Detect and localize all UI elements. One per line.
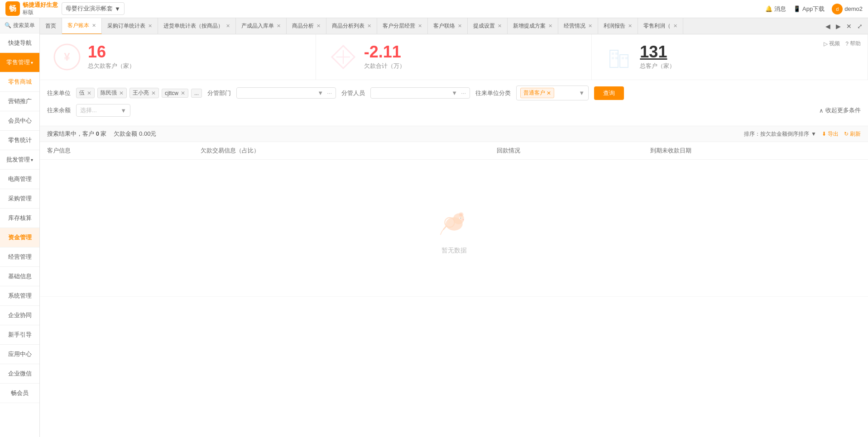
help-link[interactable]: ? 帮助	[845, 40, 861, 48]
tab-retail-profit[interactable]: 零售利润（ ✕	[638, 18, 683, 34]
tab-close-customer-tier[interactable]: ✕	[418, 23, 422, 29]
sidebar-item-system-mgmt[interactable]: 系统管理	[0, 286, 39, 306]
sidebar-item-app-center[interactable]: 应用中心	[0, 345, 39, 364]
logo-icon: 畅	[5, 1, 20, 16]
unit-category-label: 往来单位分类	[475, 89, 511, 97]
tab-product-analysis-list[interactable]: 商品分析列表 ✕	[326, 18, 377, 34]
sidebar-item-retail-stats[interactable]: 零售统计	[0, 131, 39, 150]
query-button[interactable]: 查询	[594, 86, 624, 100]
tab-close-new-boost[interactable]: ✕	[548, 23, 552, 29]
tab-boost-settings[interactable]: 提成设置 ✕	[468, 18, 508, 34]
filter-tag-wang[interactable]: 王小亮 ✕	[129, 88, 159, 98]
tab-stock-stats[interactable]: 进货单统计表（按商品） ✕	[158, 18, 236, 34]
tab-close-boost-settings[interactable]: ✕	[498, 23, 502, 29]
tab-close-all-button[interactable]: ✕	[844, 22, 854, 31]
tab-next-button[interactable]: ▶	[834, 22, 843, 31]
total-customers-label: 总客户（家）	[640, 62, 675, 70]
svg-rect-11	[622, 57, 624, 59]
stats-row: ¥ 16 总欠款客户（家）	[40, 34, 868, 80]
tab-close-customers[interactable]: ✕	[92, 23, 96, 28]
sidebar-item-wholesale-mgmt[interactable]: 批发管理 ▾	[0, 150, 39, 170]
tab-customer-tier[interactable]: 客户分层经营 ✕	[377, 18, 428, 34]
app-download-button[interactable]: 📱 App下载	[793, 5, 825, 13]
sidebar-item-capital-mgmt[interactable]: 资金管理	[0, 228, 39, 247]
account-selector[interactable]: 母婴行业演示帐套 ▼	[62, 2, 125, 15]
sidebar-item-ecommerce-mgmt[interactable]: 电商管理	[0, 170, 39, 189]
content-area: 首页 客户账本 ✕ 采购订单统计表 ✕ 进货单统计表（按商品） ✕ 产成品入库单…	[40, 18, 868, 437]
filter-tag-wu[interactable]: 伍 ✕	[76, 88, 95, 98]
refresh-button[interactable]: ↻ 刷新	[844, 130, 861, 138]
sidebar-item-purchase-mgmt[interactable]: 采购管理	[0, 189, 39, 209]
export-button[interactable]: ⬇ 导出	[822, 130, 839, 138]
tab-close-purchase[interactable]: ✕	[148, 23, 152, 29]
sidebar-item-retail-mgmt[interactable]: 零售管理 ▾	[0, 53, 39, 72]
unit-category-select[interactable]: 普通客户 ✕ ▼	[516, 86, 589, 100]
messages-button[interactable]: 🔔 消息	[765, 5, 786, 13]
sidebar-item-inventory-check[interactable]: 库存核算	[0, 209, 39, 228]
video-link[interactable]: ▷ 视频	[824, 40, 840, 48]
sidebar-item-new-user-guide[interactable]: 新手引导	[0, 325, 39, 345]
sidebar-item-basic-info[interactable]: 基础信息	[0, 267, 39, 286]
remove-tag-chen[interactable]: ✕	[119, 90, 124, 96]
chevron-down-balance: ▼	[120, 107, 126, 114]
filter-tag-cjttcw[interactable]: cjttcw ✕	[162, 89, 188, 98]
tab-operations[interactable]: 经营情况 ✕	[558, 18, 598, 34]
sidebar-item-enterprise-coop[interactable]: 企业协同	[0, 306, 39, 325]
tab-prev-button[interactable]: ◀	[824, 22, 832, 31]
sidebar-item-marketing[interactable]: 营销推广	[0, 92, 39, 111]
tab-customer-contact[interactable]: 客户联络 ✕	[428, 18, 468, 34]
stat-value-area-3: 131 总客户（家）	[640, 44, 675, 70]
sidebar-item-operations-mgmt[interactable]: 经营管理	[0, 247, 39, 267]
remove-tag-cjttcw[interactable]: ✕	[181, 90, 185, 96]
tab-profit-report[interactable]: 利润报告 ✕	[598, 18, 638, 34]
sidebar-item-member-center[interactable]: 会员中心	[0, 111, 39, 131]
empty-text: 暂无数据	[441, 247, 467, 255]
user-menu-button[interactable]: d demo2	[832, 4, 863, 14]
tab-close-product-analysis[interactable]: ✕	[317, 23, 321, 29]
debt-summary-text: 欠款金额 0.00元	[114, 130, 156, 138]
yuan-circle-icon: ¥	[53, 43, 81, 71]
sidebar-item-enterprise-wechat[interactable]: 企业微信	[0, 364, 39, 384]
filter-tag-chen[interactable]: 陈民强 ✕	[97, 88, 127, 98]
tab-close-profit-report[interactable]: ✕	[628, 23, 632, 29]
collapse-button[interactable]: ∧ 收起更多条件	[819, 106, 861, 114]
remove-tag-wu[interactable]: ✕	[87, 90, 91, 96]
chevron-down-branch-person: ▼	[451, 90, 457, 96]
sidebar-search[interactable]: 🔍 搜索菜单	[0, 18, 39, 33]
balance-select[interactable]: 选择... ▼	[76, 104, 130, 117]
tab-controls: ◀ ▶ ✕ ⤢	[820, 22, 868, 31]
filter-tag-more[interactable]: ...	[191, 89, 202, 98]
main-layout: 🔍 搜索菜单 快捷导航 零售管理 ▾ 零售商城 营销推广 会员中心 零售统计 批…	[0, 18, 868, 437]
sidebar-item-retail-mall[interactable]: 零售商城	[0, 72, 39, 92]
remove-tag-wang[interactable]: ✕	[151, 90, 156, 96]
logo-area: 畅 畅捷通好生意 标版	[5, 1, 58, 16]
branch-dept-label: 分管部门	[207, 89, 231, 97]
tab-close-retail-profit[interactable]: ✕	[673, 23, 677, 29]
branch-person-label: 分管人员	[341, 89, 365, 97]
tab-maximize-button[interactable]: ⤢	[855, 22, 864, 31]
branch-dept-select[interactable]: ▼ ···	[236, 87, 336, 99]
svg-rect-10	[615, 57, 618, 59]
tab-close-product-analysis-list[interactable]: ✕	[367, 23, 371, 29]
branch-person-select[interactable]: ▼ ···	[370, 87, 470, 99]
tab-close-stock[interactable]: ✕	[226, 23, 230, 29]
sort-select[interactable]: 排序：按欠款金额倒序排序 ▼	[744, 130, 816, 138]
tab-home[interactable]: 首页	[40, 18, 62, 34]
tab-new-boost[interactable]: 新增提成方案 ✕	[508, 18, 558, 34]
tab-product-inbound[interactable]: 产成品入库单 ✕	[236, 18, 287, 34]
tab-close-product-inbound[interactable]: ✕	[277, 23, 281, 29]
sidebar-item-premium-member[interactable]: 畅会员	[0, 384, 39, 403]
result-bar-right: 排序：按欠款金额倒序排序 ▼ ⬇ 导出 ↻ 刷新	[744, 130, 861, 138]
chevron-down-branch-dept: ▼	[317, 90, 323, 96]
avatar: d	[832, 4, 843, 14]
tab-product-analysis[interactable]: 商品分析 ✕	[287, 18, 326, 34]
tab-customers[interactable]: 客户账本 ✕	[62, 18, 102, 34]
svg-rect-9	[612, 57, 614, 59]
play-icon: ▷	[824, 41, 828, 47]
sidebar-item-quick-nav[interactable]: 快捷导航	[0, 33, 39, 53]
tab-close-operations[interactable]: ✕	[588, 23, 592, 29]
remove-unit-category[interactable]: ✕	[547, 90, 551, 96]
tab-close-customer-contact[interactable]: ✕	[458, 23, 462, 29]
refresh-icon: ↻	[844, 131, 849, 137]
tab-purchase-orders[interactable]: 采购订单统计表 ✕	[102, 18, 158, 34]
